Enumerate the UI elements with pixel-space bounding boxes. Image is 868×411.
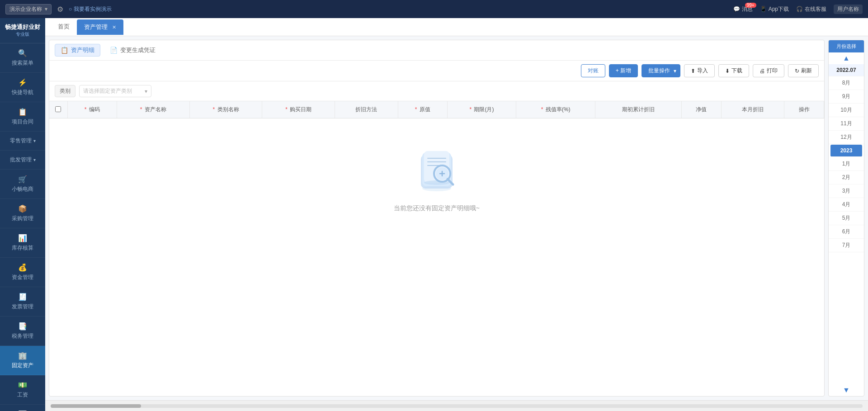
sidebar-item-search[interactable]: 🔍 搜索菜单 bbox=[0, 43, 45, 73]
tax-icon: 📑 bbox=[18, 322, 27, 331]
th-period: * 期限(月) bbox=[447, 101, 516, 118]
refresh-icon: ↻ bbox=[795, 68, 799, 74]
toolbar: 对账 + 新增 批量操作 ▾ ⬆ 导入 ⬇ 下载 bbox=[49, 61, 824, 81]
tab-home[interactable]: 首页 bbox=[51, 19, 77, 35]
sub-tab-asset-detail[interactable]: 📋 资产明细 bbox=[55, 44, 100, 57]
filter-category-label: 类别 bbox=[55, 85, 75, 97]
download-button[interactable]: ⬇ 下载 bbox=[718, 64, 749, 77]
month-item-4[interactable]: 4月 bbox=[829, 198, 864, 212]
month-nav-up[interactable]: ▲ bbox=[829, 52, 864, 64]
month-item-3[interactable]: 3月 bbox=[829, 184, 864, 198]
filter-dropdown-icon: ▾ bbox=[145, 88, 147, 94]
sidebar-label-project: 项目合同 bbox=[12, 118, 33, 126]
filter-row: 类别 请选择固定资产类别 ▾ bbox=[49, 81, 824, 101]
sidebar-item-operations[interactable]: 📈 经营管理 bbox=[0, 405, 45, 411]
sidebar-label-invoice: 发票管理 bbox=[12, 303, 33, 311]
sidebar-label-purchase: 采购管理 bbox=[12, 215, 33, 222]
message-icon: 💬 bbox=[733, 6, 740, 12]
add-button[interactable]: + 新增 bbox=[609, 64, 638, 77]
settings-button[interactable]: ⚙ bbox=[55, 3, 65, 15]
th-operation: 操作 bbox=[784, 101, 824, 118]
refresh-button[interactable]: ↻ 刷新 bbox=[788, 64, 819, 77]
th-purchase-date: * 购买日期 bbox=[262, 101, 335, 118]
sidebar-item-inventory[interactable]: 📊 库存核算 bbox=[0, 228, 45, 258]
month-item-8[interactable]: 8月 bbox=[829, 76, 864, 90]
sidebar-label-inventory: 库存核算 bbox=[12, 244, 33, 252]
select-all-checkbox[interactable] bbox=[55, 106, 61, 112]
month-item-2[interactable]: 2月 bbox=[829, 171, 864, 184]
month-item-12[interactable]: 12月 bbox=[829, 131, 864, 144]
app-download-button[interactable]: 📱 App下载 bbox=[760, 5, 789, 13]
sidebar-item-quicknav[interactable]: ⚡ 快捷导航 bbox=[0, 73, 45, 102]
month-item-10[interactable]: 10月 bbox=[829, 104, 864, 117]
th-code: * 编码 bbox=[67, 101, 117, 118]
month-panel-header[interactable]: 月份选择 bbox=[829, 40, 864, 52]
sidebar-item-retail[interactable]: 零售管理 ▾ bbox=[0, 132, 45, 151]
month-panel-title: 月份选择 bbox=[836, 43, 856, 50]
sidebar-item-finance[interactable]: 💰 资金管理 bbox=[0, 258, 45, 287]
sidebar-label-quicknav: 快捷导航 bbox=[12, 89, 33, 96]
import-label: 导入 bbox=[697, 67, 708, 75]
arrow-icon-retail: ▾ bbox=[33, 138, 36, 143]
month-item-year-2023[interactable]: 2023 bbox=[830, 145, 862, 157]
service-icon: 🎧 bbox=[796, 6, 803, 12]
user-info[interactable]: 用户名称 bbox=[834, 5, 863, 14]
sub-tab-change-voucher[interactable]: 📄 变更生成凭证 bbox=[104, 44, 161, 57]
add-label: + 新增 bbox=[616, 67, 631, 75]
tab-bar: 首页 资产管理 ✕ bbox=[45, 18, 868, 36]
demo-link[interactable]: ○ 我要看实例演示 bbox=[69, 5, 112, 13]
quicknav-icon: ⚡ bbox=[18, 78, 27, 87]
tab-assets[interactable]: 资产管理 ✕ bbox=[77, 19, 123, 35]
sidebar-item-project[interactable]: 📋 项目合同 bbox=[0, 102, 45, 132]
month-item-9[interactable]: 9月 bbox=[829, 90, 864, 104]
print-label: 打印 bbox=[767, 67, 778, 75]
message-button[interactable]: 💬 消息 99+ bbox=[733, 5, 753, 13]
month-item-5[interactable]: 5月 bbox=[829, 212, 864, 225]
sidebar-item-salary[interactable]: 💵 工资 bbox=[0, 375, 45, 405]
data-table: * 编码 * 资产名称 * 类别名称 bbox=[49, 101, 824, 240]
inventory-icon: 📊 bbox=[18, 234, 27, 242]
month-panel: 月份选择 ▲ 2022.07 8月 9月 10月 11月 12月 2023 1月… bbox=[828, 40, 864, 397]
batch-label: 批量操作 bbox=[648, 67, 670, 75]
batch-button[interactable]: 批量操作 ▾ bbox=[642, 64, 680, 77]
month-item-current[interactable]: 2022.07 bbox=[829, 64, 864, 76]
batch-arrow-icon: ▾ bbox=[674, 68, 676, 74]
online-service-button[interactable]: 🎧 在线客服 bbox=[796, 5, 826, 13]
download-label: 下载 bbox=[731, 67, 742, 75]
change-voucher-icon: 📄 bbox=[110, 47, 118, 54]
print-button[interactable]: 🖨 打印 bbox=[753, 64, 784, 77]
bottom-bar bbox=[45, 400, 868, 411]
month-item-6[interactable]: 6月 bbox=[829, 225, 864, 239]
month-item-7[interactable]: 7月 bbox=[829, 239, 864, 252]
purchase-icon: 📦 bbox=[18, 204, 27, 213]
th-depreciation-method: 折旧方法 bbox=[335, 101, 398, 118]
empty-state-illustration bbox=[410, 146, 464, 195]
th-residual-rate: * 残值率(%) bbox=[516, 101, 595, 118]
sidebar-item-tax[interactable]: 📑 税务管理 bbox=[0, 317, 45, 346]
month-nav-down[interactable]: ▼ bbox=[829, 384, 864, 396]
assets-icon: 🏢 bbox=[18, 351, 27, 360]
bottom-scrollbar[interactable] bbox=[51, 404, 863, 408]
top-bar: 演示企业名称 ▾ ⚙ ○ 我要看实例演示 💬 消息 99+ 📱 App下载 🎧 … bbox=[0, 0, 868, 18]
sidebar-item-wholesale[interactable]: 批发管理 ▾ bbox=[0, 151, 45, 170]
month-item-1[interactable]: 1月 bbox=[829, 157, 864, 171]
sidebar-label-wholesale: 批发管理 bbox=[10, 156, 32, 164]
reconcile-button[interactable]: 对账 bbox=[581, 64, 605, 77]
sidebar-item-purchase[interactable]: 📦 采购管理 bbox=[0, 199, 45, 228]
tab-home-label: 首页 bbox=[58, 23, 70, 30]
ecommerce-icon: 🛒 bbox=[18, 175, 27, 184]
tab-close-icon[interactable]: ✕ bbox=[112, 24, 116, 30]
table-container[interactable]: * 编码 * 资产名称 * 类别名称 bbox=[49, 101, 824, 396]
sidebar-item-invoice[interactable]: 🧾 发票管理 bbox=[0, 287, 45, 317]
sidebar-label-retail: 零售管理 bbox=[10, 137, 32, 145]
filter-category-select[interactable]: 请选择固定资产类别 ▾ bbox=[79, 85, 151, 97]
invoice-icon: 🧾 bbox=[18, 293, 27, 301]
sidebar-item-ecommerce[interactable]: 🛒 小畅电商 bbox=[0, 170, 45, 199]
company-selector[interactable]: 演示企业名称 ▾ bbox=[5, 4, 52, 14]
sidebar-item-assets[interactable]: 🏢 固定资产 bbox=[0, 346, 45, 375]
scrollbar-thumb[interactable] bbox=[51, 404, 141, 408]
reconcile-label: 对账 bbox=[588, 67, 599, 75]
sidebar-label-assets: 固定资产 bbox=[12, 362, 33, 369]
import-button[interactable]: ⬆ 导入 bbox=[684, 64, 715, 77]
month-item-11[interactable]: 11月 bbox=[829, 117, 864, 131]
